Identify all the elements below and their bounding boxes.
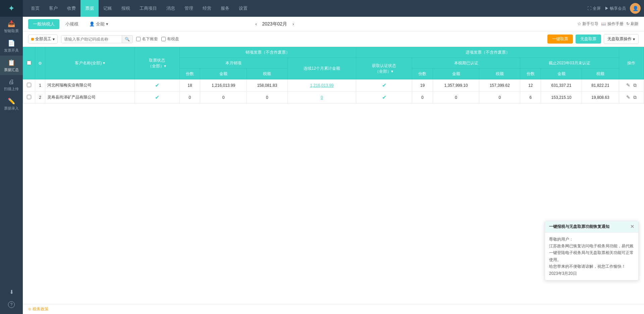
row-purchase-count-cert: 0 bbox=[412, 91, 433, 104]
avatar[interactable]: 👤 bbox=[630, 3, 641, 14]
top-navigation: 首页 客户 收费 票据 记账 报税 工商项目 消息 管理 经营 服务 设置 ⛶ … bbox=[23, 0, 644, 17]
search-button[interactable]: 🔍 bbox=[122, 36, 132, 43]
cumulative-link[interactable]: 0 bbox=[321, 95, 323, 100]
row-checkbox[interactable] bbox=[27, 83, 31, 87]
manual-btn[interactable]: 📖 操作手册 bbox=[601, 21, 623, 27]
checkbox-my-accounts-input[interactable] bbox=[136, 37, 141, 41]
th-current-month: 本月销项 bbox=[179, 58, 287, 69]
row-purchase-tax-uncert: 81,822.21 bbox=[582, 79, 619, 91]
row-sales-amount: 0 bbox=[200, 91, 247, 104]
refresh-btn[interactable]: ↻ 刷新 bbox=[626, 21, 639, 27]
row-purchase-amount-uncert: 153,215.10 bbox=[541, 91, 582, 104]
notification-popup: 一键报税与无盘取票功能恢复通知 ✕ 尊敬的用户：江苏政务网已恢复访问电子税务局功… bbox=[545, 221, 639, 280]
tab-period-nav: ‹ 2023年02月 › bbox=[255, 21, 294, 27]
sidebar-item-data-entry[interactable]: ✏️ 票据录入 bbox=[0, 94, 23, 114]
checkbox-my-accounts[interactable]: 名下账套 bbox=[136, 36, 158, 42]
nav-bizproject[interactable]: 工商项目 bbox=[135, 0, 162, 17]
tab-all[interactable]: 👤 全能 ▾ bbox=[85, 19, 113, 29]
th-purchase-amount-uncert: 金额 bbox=[541, 69, 582, 79]
row-sales-tax: 0 bbox=[247, 91, 287, 104]
nav-operation[interactable]: 经营 bbox=[198, 0, 216, 17]
row-checkbox-cell bbox=[23, 79, 35, 91]
th-before-2023-03: 截止2023年03月未认证 bbox=[520, 58, 619, 69]
employee-select[interactable]: 全部员工 ▾ bbox=[28, 35, 58, 44]
notification-line: 给您带来的不便敬请谅解，祝您工作愉快！ bbox=[549, 263, 634, 270]
sidebar-item-invoice-summary[interactable]: 📋 票据汇总 bbox=[0, 56, 23, 75]
tab-label: 全能 bbox=[96, 21, 105, 27]
sidebar-item-help[interactable]: ? bbox=[0, 298, 23, 311]
vip-btn[interactable]: ▶ 畅享会员 bbox=[605, 6, 626, 11]
nav-billing[interactable]: 收费 bbox=[62, 0, 80, 17]
row-cumulative: 0 bbox=[287, 91, 356, 104]
no-disk-ops-btn[interactable]: 无盘取票操作 ▾ bbox=[604, 34, 639, 44]
search-input[interactable] bbox=[61, 36, 122, 43]
chevron-down-icon: ▾ bbox=[53, 37, 55, 42]
nav-accounting[interactable]: 记账 bbox=[99, 0, 117, 17]
th-cert-status: 获取认证状态（全部）▾ bbox=[356, 58, 412, 79]
notification-line: 江苏政务网已恢复访问电子税务局功能，易代账一键登陆电子税务局与无盘取票相关功能可… bbox=[549, 243, 634, 263]
table-row: 1 河北柯瑞梅实业有限公司 ✔ 18 1,216,013.99 158,081.… bbox=[23, 79, 644, 91]
row-sales-count: 0 bbox=[179, 91, 200, 104]
period-prev-btn[interactable]: ‹ bbox=[255, 22, 257, 26]
nav-tax[interactable]: 报税 bbox=[117, 0, 135, 17]
no-disk-fetch-btn[interactable]: 无盘取票 bbox=[576, 35, 601, 44]
row-client-name: 河北柯瑞梅实业有限公司 bbox=[45, 79, 135, 91]
issue-invoice-icon: 📄 bbox=[8, 40, 15, 47]
tab-general-taxpayer[interactable]: 一般纳税人 bbox=[28, 19, 59, 29]
fetch-status-icon: ✔ bbox=[155, 82, 159, 88]
notification-title: 一键报税与无盘取票功能恢复通知 bbox=[549, 224, 609, 230]
copy-btn[interactable]: ⧉ bbox=[633, 95, 637, 100]
notification-line: 尊敬的用户： bbox=[549, 236, 634, 243]
cumulative-link[interactable]: 1,216,013.99 bbox=[310, 83, 333, 88]
period-next-btn[interactable]: › bbox=[292, 22, 294, 26]
edit-btn[interactable]: ✎ bbox=[626, 82, 630, 88]
edit-btn[interactable]: ✎ bbox=[626, 95, 630, 100]
topnav-right: ⛶ 全屏 ▶ 畅享会员 👤 bbox=[587, 3, 641, 14]
sidebar-logo: ✦ bbox=[0, 0, 23, 17]
fullscreen-btn[interactable]: ⛶ 全屏 bbox=[587, 6, 600, 11]
nav-service[interactable]: 服务 bbox=[216, 0, 234, 17]
select-all-checkbox[interactable] bbox=[27, 61, 31, 65]
person-icon: 👤 bbox=[89, 21, 95, 26]
fetch-status-icon: ✔ bbox=[155, 95, 159, 100]
tab-small-scale[interactable]: 小规模 bbox=[61, 19, 83, 29]
smart-fetch-icon: 📥 bbox=[8, 20, 15, 27]
checkbox-has-tax-disk-input[interactable] bbox=[161, 37, 166, 41]
sidebar-item-scan-upload[interactable]: 🖨 扫描上传 bbox=[0, 75, 23, 94]
employee-dot bbox=[31, 38, 34, 41]
th-sales-amount: 金额 bbox=[200, 69, 247, 79]
notification-header: 一键报税与无盘取票功能恢复通知 ✕ bbox=[545, 221, 638, 233]
th-purchase-tax-cert: 税额 bbox=[479, 69, 520, 79]
th-current-period-certified: 本税期已认证 bbox=[412, 58, 520, 69]
cert-status-icon: ✔ bbox=[382, 82, 386, 88]
nav-home[interactable]: 首页 bbox=[26, 0, 44, 17]
row-purchase-amount-cert: 1,357,999.10 bbox=[433, 79, 479, 91]
nav-settings[interactable]: 设置 bbox=[234, 0, 252, 17]
checkbox-has-tax-disk[interactable]: 有税盘 bbox=[161, 36, 179, 42]
help-icon: ? bbox=[8, 301, 15, 308]
row-purchase-tax-cert: 0 bbox=[479, 91, 520, 104]
nav-message[interactable]: 消息 bbox=[162, 0, 180, 17]
copy-btn[interactable]: ⧉ bbox=[633, 82, 637, 88]
th-sales-count: 份数 bbox=[179, 69, 200, 79]
new-guide-btn[interactable]: ☆ 新手引导 bbox=[577, 21, 598, 27]
sidebar-item-smart-fetch[interactable]: 📥 智能取票 bbox=[0, 17, 23, 36]
th-purchase-tax-uncert: 税额 bbox=[582, 69, 619, 79]
invoice-summary-icon: 📋 bbox=[8, 59, 15, 66]
row-purchase-amount-cert: 0 bbox=[433, 91, 479, 104]
nav-client[interactable]: 客户 bbox=[44, 0, 62, 17]
notification-close-btn[interactable]: ✕ bbox=[630, 224, 634, 229]
sidebar-item-download[interactable]: ⬇ bbox=[0, 286, 23, 298]
tax-policy-link[interactable]: ⊙ 税务政策 bbox=[28, 307, 49, 311]
row-checkbox[interactable] bbox=[27, 95, 31, 99]
footer-bar[interactable]: ⊙ 税务政策 bbox=[23, 304, 644, 314]
tab-label: 小规模 bbox=[65, 21, 78, 27]
th-client-name: 客户名称(全部) ▾ bbox=[45, 47, 135, 79]
nav-invoice[interactable]: 票据 bbox=[80, 0, 99, 17]
nav-manage[interactable]: 管理 bbox=[180, 0, 198, 17]
row-fetch-status: ✔ bbox=[135, 91, 180, 104]
scan-upload-icon: 🖨 bbox=[8, 78, 14, 85]
sidebar-item-issue-invoice[interactable]: 📄 发票开具 bbox=[0, 36, 23, 56]
one-click-fetch-btn[interactable]: 一键取票 bbox=[547, 35, 573, 44]
sidebar-item-label: 扫描上传 bbox=[4, 86, 19, 91]
